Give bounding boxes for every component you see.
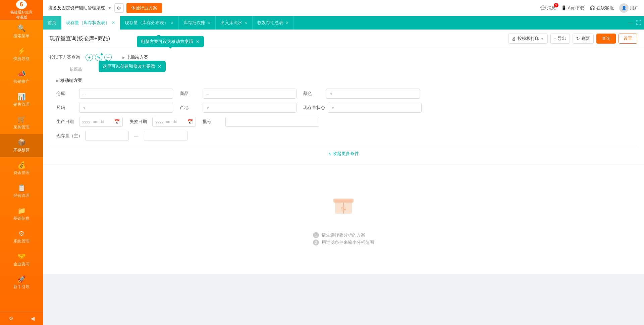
sidebar-item-system[interactable]: ⚙ 系统管理 (0, 225, 43, 248)
empty-tip-1: 1 请先选择要分析的方案 (313, 232, 374, 238)
tab-close-icon[interactable]: ✕ (112, 20, 115, 25)
origin-select[interactable]: ▼ (203, 103, 297, 113)
export-icon: ↑ (554, 36, 556, 41)
sidebar-bottom: ⚙ ◀ (0, 312, 43, 325)
top-header: 装备及固定资产辅助管理系统 ▼ ⚙ 体验行业方案 💬 消息 9 📱 App下载 … (43, 0, 644, 16)
tree-arrow-icon: ▶ (56, 79, 59, 83)
goods-select[interactable]: ··· (203, 89, 297, 99)
tab-maximize-icon[interactable]: ⛶ (636, 20, 641, 26)
sidebar-settings-btn[interactable]: ⚙ (9, 315, 13, 322)
prod-date-input[interactable]: yyyy-mm-dd 📅 (79, 117, 123, 127)
origin-label: 产地 (180, 105, 200, 111)
sidebar-item-label: 资金管理 (13, 170, 30, 176)
sidebar-item-basic[interactable]: 📁 基础信息 (0, 203, 43, 225)
batch-no-label: 批号 (203, 119, 223, 125)
tooltip1-close[interactable]: ✕ (196, 39, 200, 44)
logo-icon: 6 (16, 0, 27, 9)
sidebar-item-enterprise[interactable]: 🤝 企业协同 (0, 248, 43, 271)
page-header: 现存量查询(按仓库+商品) 🖨 按模板打印 ▼ ↑ 导出 ↻ 刷新 查询 设置 (43, 30, 644, 48)
tab-close-icon[interactable]: ✕ (207, 20, 211, 25)
refresh-button[interactable]: ↻ 刷新 (573, 34, 594, 44)
logo-subtext: 标准版 (16, 15, 27, 20)
system-name: 装备及固定资产辅助管理系统 (48, 5, 105, 11)
message-button[interactable]: 💬 消息 9 (540, 5, 556, 11)
inventory-icon: 📦 (17, 138, 26, 146)
empty-tip-2: 2 用过滤条件来缩小分析范围 (313, 239, 374, 246)
tab-inventory-batch[interactable]: 库存批次账 ✕ (179, 16, 216, 30)
tab-close-icon[interactable]: ✕ (170, 20, 174, 25)
stock-main-to[interactable] (144, 131, 187, 141)
sidebar-item-purchase[interactable]: 🛒 采购管理 (0, 111, 43, 134)
empty-icon (330, 192, 357, 224)
tab-inventory-status[interactable]: 现存量（库存状况表） ✕ (61, 16, 120, 30)
stock-status-select[interactable]: ▼ (328, 103, 422, 113)
online-support-button[interactable]: 🎧 在线客服 (590, 5, 614, 11)
search-icon: 🔍 (17, 24, 26, 32)
tab-close-icon[interactable]: ✕ (244, 20, 248, 25)
filter-label: 按以下方案查询 (50, 54, 80, 60)
sidebar-item-marketing[interactable]: 📣 营销推广 (0, 66, 43, 89)
tab-close-icon[interactable]: ✕ (285, 20, 289, 25)
scheme-tree: ▶ 电脑端方案 (122, 53, 148, 61)
size-label: 尺码 (56, 105, 76, 111)
edit-scheme-button[interactable]: ✎ (95, 54, 102, 61)
gear-icon: ⚙ (117, 5, 121, 11)
gear-button[interactable]: ⚙ (114, 3, 124, 13)
tooltip2-text: 这里可以创建和修改方案哦 (103, 63, 155, 69)
sidebar-item-inventory[interactable]: 📦 库存核算 (0, 134, 43, 157)
tree-arrow-icon: ▶ (122, 56, 125, 59)
content-area: 现存量查询(按仓库+商品) 🖨 按模板打印 ▼ ↑ 导出 ↻ 刷新 查询 设置 (43, 30, 644, 325)
exp-date-input[interactable]: yyyy-mm-dd 📅 (152, 117, 196, 127)
sidebar-item-sales[interactable]: 📊 销售管理 (0, 89, 43, 111)
sidebar-item-finance[interactable]: 💰 资金管理 (0, 157, 43, 180)
tab-inventory-dist[interactable]: 现存量（库存分布表） ✕ (120, 16, 179, 30)
user-button[interactable]: 👤 用户 (619, 3, 639, 13)
finance-icon: 💰 (17, 161, 26, 169)
warehouse-select[interactable]: ··· (79, 89, 173, 99)
industry-button[interactable]: 体验行业方案 (126, 3, 162, 13)
stock-main-from[interactable] (85, 131, 129, 141)
size-select[interactable]: ▼ (79, 103, 173, 113)
tab-home[interactable]: 首页 (43, 16, 61, 30)
app-download-button[interactable]: 📱 App下载 (561, 5, 584, 11)
system-selector[interactable]: ▼ (108, 6, 112, 10)
guide-icon: 🚀 (17, 275, 26, 283)
sidebar-item-label: 企业协同 (13, 261, 30, 267)
add-scheme-button[interactable]: + (86, 54, 93, 61)
sidebar-item-guide[interactable]: 🚀 新手引导 (0, 271, 43, 294)
filter-origin: 产地 ▼ (180, 103, 297, 113)
tab-inout-flow[interactable]: 出入库流水 ✕ (216, 16, 253, 30)
sidebar-item-label: 库存核算 (13, 147, 30, 153)
print-button[interactable]: 🖨 按模板打印 ▼ (508, 34, 548, 44)
sidebar-nav: 🔍 搜索菜单 ⚡ 快捷导航 📣 营销推广 📊 销售管理 🛒 采购管理 📦 库存核… (0, 20, 43, 312)
desktop-scheme-item[interactable]: ▶ 电脑端方案 (122, 53, 148, 61)
batch-no-input[interactable] (225, 117, 319, 127)
color-select[interactable]: ▼ (326, 89, 420, 99)
mobile-scheme-item[interactable]: ▶ 移动端方案 (56, 76, 637, 85)
tooltip2-close[interactable]: ✕ (158, 64, 162, 69)
filter-row-4: 现存量（主） — (56, 131, 637, 141)
purchase-icon: 🛒 (17, 115, 26, 123)
sidebar: 6 畅捷通好生意 标准版 🔍 搜索菜单 ⚡ 快捷导航 📣 营销推广 📊 销售管理… (0, 0, 43, 325)
filter-fields: 仓库 ··· 商品 ··· 颜色 ▼ (56, 89, 637, 141)
query-button[interactable]: 查询 (596, 34, 616, 44)
collapse-button[interactable]: ∧ 收起更多条件 (50, 148, 637, 159)
tip-num-1: 1 (313, 232, 319, 238)
sidebar-item-quick[interactable]: ⚡ 快捷导航 (0, 43, 43, 66)
sidebar-item-search[interactable]: 🔍 搜索菜单 (0, 20, 43, 43)
sidebar-item-label: 经营管理 (13, 193, 30, 199)
print-chevron-icon: ▼ (541, 37, 544, 41)
sidebar-item-label: 销售管理 (13, 102, 30, 107)
tab-minimize-icon[interactable]: — (628, 20, 633, 26)
sidebar-logo: 6 畅捷通好生意 标准版 (0, 0, 43, 20)
sidebar-item-operations[interactable]: 📋 经营管理 (0, 180, 43, 203)
tab-collect-summary[interactable]: 收发存汇总表 ✕ (253, 16, 294, 30)
export-button[interactable]: ↑ 导出 (550, 34, 570, 44)
mobile-scheme-row: ▶ 移动端方案 (56, 76, 637, 85)
sidebar-collapse-btn[interactable]: ◀ (31, 315, 35, 322)
set-button[interactable]: 设置 (619, 34, 637, 44)
filter-exp-date: 失效日期 yyyy-mm-dd 📅 (129, 117, 196, 127)
sidebar-item-label: 营销推广 (13, 79, 30, 85)
filter-area: 按以下方案查询 + ✎ ← 电脑方案可设为移动方案哦 ✕ (43, 48, 644, 165)
filter-stock-main: 现存量（主） — (56, 131, 187, 141)
